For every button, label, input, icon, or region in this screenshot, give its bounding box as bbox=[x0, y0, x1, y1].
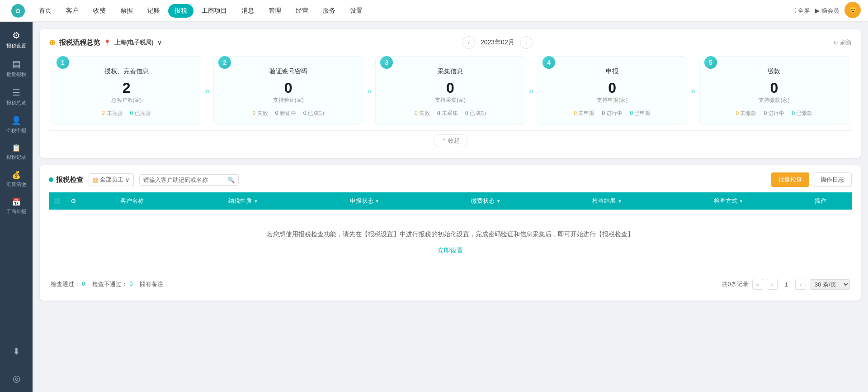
sidebar-item-tax-records[interactable]: 📋 报税记录 bbox=[0, 139, 33, 166]
step-1-stat-1: 0 已完善 bbox=[130, 110, 151, 117]
step-4-stat-1-value[interactable]: 0 bbox=[602, 110, 605, 116]
step-3-stat-2-value[interactable]: 0 bbox=[465, 110, 468, 116]
collapse-button[interactable]: ⌃ 收起 bbox=[434, 134, 467, 147]
staff-selector[interactable]: ▦ 全部员工 ∨ bbox=[89, 173, 134, 186]
filter-icon-5[interactable]: ▼ bbox=[739, 199, 743, 204]
overview-header: ⊕ 报税流程总览 📍 上海(电子税局) ∨ ‹ 2023年02月 › ↻ 刷新 bbox=[49, 36, 852, 49]
step-3-stat-0-value[interactable]: 0 bbox=[415, 110, 418, 116]
step-1-stat-0-value[interactable]: 2 bbox=[102, 110, 105, 116]
table-th-client-name: 客户名称 bbox=[81, 192, 183, 210]
first-page-button[interactable]: « bbox=[752, 279, 763, 290]
page-size-selector[interactable]: 30 条/页 50 条/页 100 条/页 bbox=[810, 279, 850, 290]
settings2-icon: ◎ bbox=[13, 373, 20, 384]
nav-management[interactable]: 管理 bbox=[262, 4, 288, 18]
step-5-card: 5 缴款 0 支持缴款(家) 0 未缴款 0 进行中 0 已缴款 bbox=[699, 56, 849, 125]
tax-check-card: 报税检查 ▦ 全部员工 ∨ 🔍 批量检查 操作日志 bbox=[40, 165, 861, 301]
filter-icon-1[interactable]: ▼ bbox=[254, 199, 258, 204]
step-2-stat-2-value[interactable]: 0 bbox=[303, 110, 307, 116]
sidebar-item-settings2[interactable]: ◎ bbox=[11, 365, 22, 392]
gear-icon[interactable]: ⚙ bbox=[71, 197, 76, 205]
step-4-number: 4 bbox=[542, 56, 555, 69]
filter-icon-2[interactable]: ▼ bbox=[375, 199, 379, 204]
avatar[interactable]: 😊 bbox=[844, 2, 861, 19]
step-3-stat-1-value[interactable]: 0 bbox=[437, 110, 440, 116]
operation-log-button[interactable]: 操作日志 bbox=[813, 172, 852, 187]
vip-button[interactable]: ▶ 畅会员 bbox=[815, 7, 839, 15]
table-header-row: ⚙ 客户名称 纳税性质 ▼ 申报状态 ▼ 缴费状态 ▼ bbox=[49, 192, 852, 210]
nav-operations[interactable]: 经营 bbox=[289, 4, 315, 18]
location-selector[interactable]: 📍 上海(电子税局) ∨ bbox=[104, 38, 162, 47]
table-th-check-method: 检查方式 ▼ bbox=[668, 192, 789, 210]
nav-settings[interactable]: 设置 bbox=[344, 4, 369, 18]
has-note-label: 囧有备注 bbox=[140, 280, 163, 288]
nav-tax[interactable]: 报税 bbox=[168, 4, 193, 18]
step-2-stat-1-label: 验证中 bbox=[280, 110, 296, 116]
nav-services[interactable]: 服务 bbox=[316, 4, 342, 18]
step-4-count: 0 bbox=[543, 79, 681, 96]
sidebar-item-tax-overview[interactable]: ☰ 报税总览 bbox=[0, 82, 33, 111]
next-month-button[interactable]: › bbox=[520, 36, 533, 49]
select-all-checkbox[interactable] bbox=[54, 198, 60, 204]
step-5-count: 0 bbox=[705, 79, 843, 96]
step-2-stat-2: 0 已成功 bbox=[303, 110, 324, 117]
step-1-stat-1-value[interactable]: 0 bbox=[130, 110, 133, 116]
search-icon[interactable]: 🔍 bbox=[227, 177, 235, 183]
step-4-stat-2-label: 已申报 bbox=[634, 110, 651, 116]
setup-link[interactable]: 立即设置 bbox=[58, 244, 843, 257]
nav-accounting[interactable]: 记账 bbox=[141, 4, 166, 18]
step-2-stat-0-value[interactable]: 0 bbox=[253, 110, 256, 116]
step-4-stat-1: 0 进行中 bbox=[602, 110, 623, 117]
location-icon: 📍 bbox=[104, 39, 111, 46]
step-3-stat-0-label: 失败 bbox=[419, 110, 430, 116]
empty-message: 若您想使用报税检查功能，请先在【报税设置】中进行报税的初始化设置，完成密码验证和… bbox=[49, 210, 852, 275]
step-5-stat-1-value[interactable]: 0 bbox=[764, 110, 767, 116]
step-3-card: 3 采集信息 0 支持采集(家) 0 失败 0 未采集 0 已成功 bbox=[375, 56, 525, 125]
fullscreen-button[interactable]: ⛶ 全屏 bbox=[790, 7, 810, 15]
prev-page-button[interactable]: ‹ bbox=[767, 279, 778, 290]
nav-bills[interactable]: 票据 bbox=[114, 4, 139, 18]
step-2-title: 验证账号密码 bbox=[219, 67, 357, 76]
search-input[interactable] bbox=[143, 177, 226, 183]
download-icon: ⬇ bbox=[13, 346, 20, 357]
step-5-stat-2-value[interactable]: 0 bbox=[792, 110, 795, 116]
nav-messages[interactable]: 消息 bbox=[235, 4, 260, 18]
check-header: 报税检查 ▦ 全部员工 ∨ 🔍 批量检查 操作日志 bbox=[49, 172, 852, 187]
svg-text:✿: ✿ bbox=[15, 7, 21, 14]
sidebar-item-download[interactable]: ⬇ bbox=[11, 338, 22, 365]
annual-settlement-icon: 💰 bbox=[12, 171, 21, 179]
check-pass-value[interactable]: 0 bbox=[82, 280, 85, 288]
refresh-button[interactable]: ↻ 刷新 bbox=[833, 38, 852, 47]
step-4-stat-1-label: 进行中 bbox=[606, 110, 623, 116]
app-logo[interactable]: ✿ bbox=[7, 4, 29, 18]
staff-icon: ▦ bbox=[93, 177, 98, 183]
step-2-stat-1-value[interactable]: 0 bbox=[275, 110, 278, 116]
tax-settings-icon: ⚙ bbox=[12, 30, 20, 41]
nav-home[interactable]: 首页 bbox=[33, 4, 58, 18]
nav-fees[interactable]: 收费 bbox=[87, 4, 112, 18]
sidebar-item-batch-tax[interactable]: ▤ 批量报税 bbox=[0, 54, 33, 82]
batch-check-button[interactable]: 批量检查 bbox=[771, 172, 809, 187]
sidebar-item-tax-settings[interactable]: ⚙ 报税设置 bbox=[0, 25, 33, 54]
sidebar-item-individual-tax[interactable]: 👤 个税申报 bbox=[0, 111, 33, 139]
sidebar-item-annual-settlement[interactable]: 💰 汇算清缴 bbox=[0, 166, 33, 193]
overview-title-icon: ⊕ bbox=[49, 38, 56, 48]
step-5-stat-2-label: 已缴款 bbox=[796, 110, 812, 116]
batch-tax-icon: ▤ bbox=[12, 58, 21, 69]
check-fail-value[interactable]: 0 bbox=[129, 280, 132, 288]
current-page: 1 bbox=[781, 281, 792, 288]
step-4-stat-0-value[interactable]: 0 bbox=[574, 110, 577, 116]
next-page-button[interactable]: › bbox=[795, 279, 806, 290]
nav-business[interactable]: 工商项目 bbox=[195, 4, 233, 18]
prev-month-button[interactable]: ‹ bbox=[462, 36, 475, 49]
step-4-stat-0-label: 未申报 bbox=[578, 110, 594, 116]
step-5-stat-0-label: 未缴款 bbox=[740, 110, 756, 116]
step-1-card: 1 授权、完善信息 2 总客户数(家) 2 未完善 0 已完善 bbox=[52, 56, 201, 125]
sidebar-item-annual-report[interactable]: 📅 工商年报 bbox=[0, 193, 33, 220]
top-right-actions: ⛶ 全屏 ▶ 畅会员 😊 bbox=[790, 2, 861, 19]
step-5-stat-1-label: 进行中 bbox=[768, 110, 784, 116]
step-5-stat-0-value[interactable]: 0 bbox=[736, 110, 739, 116]
filter-icon-4[interactable]: ▼ bbox=[618, 199, 622, 204]
step-4-stat-2-value[interactable]: 0 bbox=[630, 110, 633, 116]
filter-icon-3[interactable]: ▼ bbox=[496, 199, 501, 204]
nav-clients[interactable]: 客户 bbox=[60, 4, 85, 18]
